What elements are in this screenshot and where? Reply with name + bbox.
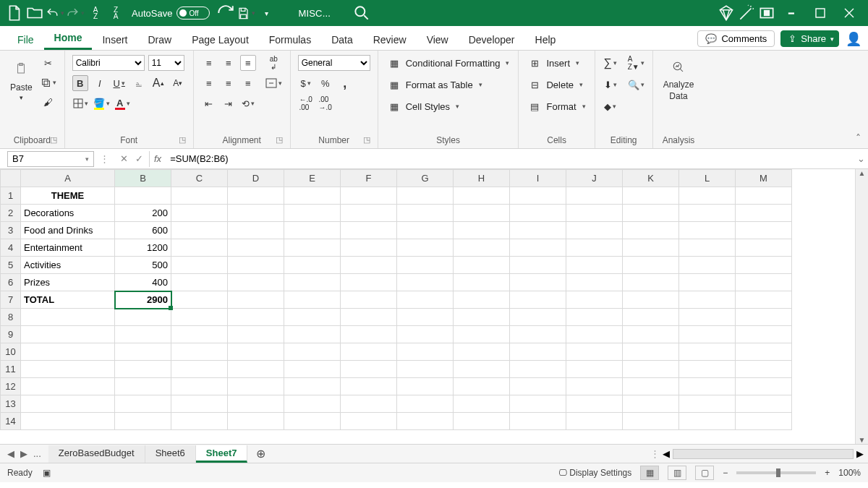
account-icon[interactable]: 👤 — [845, 31, 862, 47]
align-center-icon[interactable]: ≡ — [221, 75, 237, 91]
cell-J10[interactable] — [566, 343, 623, 361]
minimize-button[interactable]: ━ — [777, 0, 806, 26]
cell-F4[interactable] — [341, 239, 397, 257]
cell-L7[interactable] — [679, 291, 736, 309]
cell-I14[interactable] — [510, 413, 566, 430]
cell-I3[interactable] — [510, 222, 566, 239]
cell-I12[interactable] — [510, 378, 566, 395]
add-sheet-button[interactable]: ⊕ — [247, 447, 274, 461]
tab-page-layout[interactable]: Page Layout — [182, 29, 259, 50]
cell-E6[interactable] — [284, 274, 341, 291]
cell-H13[interactable] — [454, 395, 510, 413]
borders-button[interactable] — [72, 95, 89, 111]
cell-E4[interactable] — [284, 239, 341, 257]
cell-H14[interactable] — [454, 413, 510, 430]
sheet-nav-prev-icon[interactable]: ◀ — [7, 448, 14, 459]
cell-J4[interactable] — [566, 239, 623, 257]
tab-view[interactable]: View — [417, 29, 459, 50]
sheet-tab-ZeroBasedBudget[interactable]: ZeroBasedBudget — [48, 445, 145, 463]
cell-B5[interactable]: 500 — [115, 257, 171, 274]
cell-L5[interactable] — [679, 257, 736, 274]
cell-I13[interactable] — [510, 395, 566, 413]
cell-A5[interactable]: Activities — [21, 257, 115, 274]
cell-G2[interactable] — [397, 205, 454, 222]
number-launcher-icon[interactable]: ◳ — [363, 135, 370, 145]
find-select-button[interactable]: 🔍 — [627, 77, 645, 93]
cell-J7[interactable] — [566, 291, 623, 309]
cell-B8[interactable] — [115, 309, 171, 326]
tab-review[interactable]: Review — [363, 29, 417, 50]
cell-A1[interactable]: THEME — [21, 187, 115, 205]
cell-J5[interactable] — [566, 257, 623, 274]
cell-L9[interactable] — [679, 326, 736, 343]
spreadsheet-grid[interactable]: ABCDEFGHIJKLM1THEME2Decorations2003Food … — [0, 169, 868, 444]
align-left-icon[interactable]: ≡ — [201, 75, 217, 91]
cell-G8[interactable] — [397, 309, 454, 326]
cell-E11[interactable] — [284, 361, 341, 378]
cell-M8[interactable] — [736, 309, 792, 326]
cell-D1[interactable] — [228, 187, 284, 205]
cell-C6[interactable] — [171, 274, 228, 291]
cell-H5[interactable] — [454, 257, 510, 274]
merge-button[interactable] — [265, 75, 283, 91]
sheet-tab-Sheet7[interactable]: Sheet7 — [196, 445, 248, 463]
copy-icon[interactable] — [40, 74, 57, 90]
cell-K12[interactable] — [623, 378, 679, 395]
cell-J2[interactable] — [566, 205, 623, 222]
italic-button[interactable]: I — [92, 75, 108, 91]
cell-E9[interactable] — [284, 326, 341, 343]
tab-home[interactable]: Home — [44, 27, 93, 50]
sheet-nav-more-icon[interactable]: ... — [33, 448, 41, 459]
cell-I7[interactable] — [510, 291, 566, 309]
col-header-L[interactable]: L — [679, 170, 736, 187]
cell-K7[interactable] — [623, 291, 679, 309]
cell-F12[interactable] — [341, 378, 397, 395]
align-top-icon[interactable]: ≡ — [201, 55, 217, 71]
cell-B13[interactable] — [115, 395, 171, 413]
cell-D2[interactable] — [228, 205, 284, 222]
cell-F9[interactable] — [341, 326, 397, 343]
cell-B10[interactable] — [115, 343, 171, 361]
zoom-out-button[interactable]: − — [723, 468, 728, 478]
row-header-14[interactable]: 14 — [1, 413, 21, 430]
cell-C7[interactable] — [171, 291, 228, 309]
search-icon[interactable] — [352, 4, 371, 22]
formula-input[interactable]: =SUM(B2:B6) — [166, 153, 854, 164]
cell-C1[interactable] — [171, 187, 228, 205]
cell-H4[interactable] — [454, 239, 510, 257]
clipboard-launcher-icon[interactable]: ◳ — [50, 135, 57, 145]
cell-H12[interactable] — [454, 378, 510, 395]
cell-C5[interactable] — [171, 257, 228, 274]
cell-G12[interactable] — [397, 378, 454, 395]
cell-D13[interactable] — [228, 395, 284, 413]
cell-E12[interactable] — [284, 378, 341, 395]
cell-L11[interactable] — [679, 361, 736, 378]
cell-A7[interactable]: TOTAL — [21, 291, 115, 309]
cell-J9[interactable] — [566, 326, 623, 343]
tab-draw[interactable]: Draw — [137, 29, 182, 50]
cell-B12[interactable] — [115, 378, 171, 395]
tab-developer[interactable]: Developer — [459, 29, 525, 50]
cell-K11[interactable] — [623, 361, 679, 378]
cell-H8[interactable] — [454, 309, 510, 326]
format-as-table-button[interactable]: ▦Format as Table▾ — [386, 77, 511, 93]
tab-help[interactable]: Help — [525, 29, 566, 50]
insert-cells-button[interactable]: ⊞Insert▾ — [526, 55, 587, 71]
cell-M7[interactable] — [736, 291, 792, 309]
cell-C13[interactable] — [171, 395, 228, 413]
cell-J11[interactable] — [566, 361, 623, 378]
fill-button[interactable]: ⬇ — [603, 77, 618, 93]
cell-K2[interactable] — [623, 205, 679, 222]
cell-C8[interactable] — [171, 309, 228, 326]
accept-formula-icon[interactable]: ✓ — [135, 153, 143, 164]
cell-D7[interactable] — [228, 291, 284, 309]
new-file-icon[interactable] — [5, 4, 24, 22]
double-underline-icon[interactable]: ⎁ — [131, 75, 147, 91]
horizontal-scrollbar[interactable] — [673, 449, 854, 459]
delete-cells-button[interactable]: ⊟Delete▾ — [526, 77, 587, 93]
row-header-4[interactable]: 4 — [1, 239, 21, 257]
cell-F6[interactable] — [341, 274, 397, 291]
cell-M2[interactable] — [736, 205, 792, 222]
cell-K1[interactable] — [623, 187, 679, 205]
cell-K3[interactable] — [623, 222, 679, 239]
